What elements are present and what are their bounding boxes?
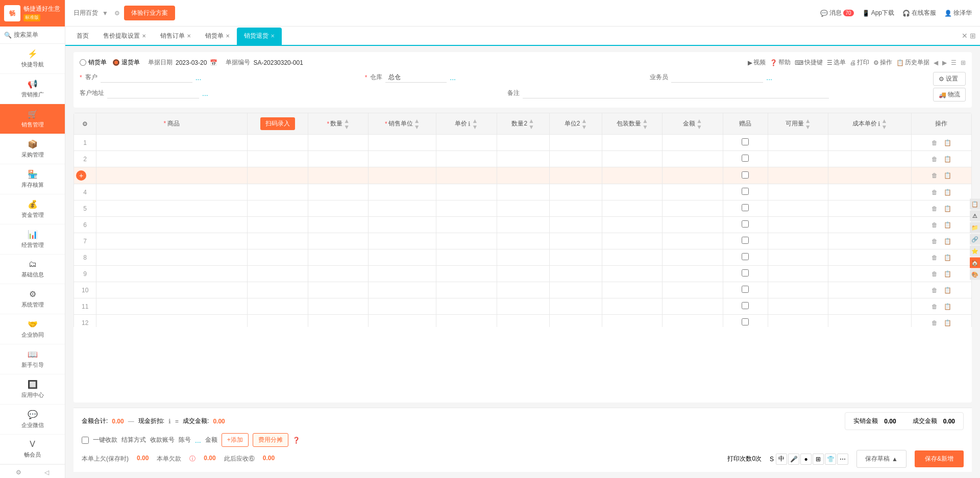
tab-expand[interactable]: ⊞ (970, 32, 976, 40)
gift-checkbox-8[interactable] (742, 269, 749, 276)
table-scroll[interactable]: ⚙ * 商品 扫码录入 * (74, 113, 972, 327)
tab-sale-price[interactable]: 售价提取设置 ✕ (96, 28, 153, 45)
delete-row-5[interactable]: 🗑 (929, 220, 940, 230)
message-btn[interactable]: 💬 消息 70 (820, 9, 854, 17)
right-panel-btn-7[interactable]: 🎨 (970, 269, 980, 280)
gift-checkbox-10[interactable] (742, 302, 749, 309)
staff-input[interactable] (671, 72, 763, 83)
tab-close-sale-bill[interactable]: ✕ (226, 33, 230, 39)
shortcut-btn[interactable]: ⌨ 快捷键 (795, 58, 823, 67)
th-scan[interactable]: 扫码录入 (247, 113, 308, 135)
gift-checkbox-11[interactable] (742, 318, 749, 325)
delete-row-3[interactable]: 🗑 (929, 188, 940, 197)
copy-row-6[interactable]: 📋 (942, 237, 953, 246)
tb-btn-4[interactable]: ⊞ (813, 454, 824, 465)
tab-close-sale-price[interactable]: ✕ (142, 33, 146, 39)
delete-row-0[interactable]: 🗑 (929, 138, 940, 147)
sidebar-item-apps[interactable]: 🔲 应用中心 (0, 374, 65, 405)
right-panel-btn-active[interactable]: 🏠 (970, 257, 980, 268)
gift-checkbox-4[interactable] (742, 204, 749, 211)
delete-row-2[interactable]: 🗑 (929, 171, 940, 180)
delete-row-1[interactable]: 🗑 (929, 155, 940, 164)
tab-close-all[interactable]: ✕ (962, 32, 968, 40)
tb-btn-2[interactable]: 🎤 (788, 454, 799, 465)
one-key-collect-checkbox[interactable] (82, 437, 89, 444)
gift-checkbox-0[interactable] (742, 138, 749, 145)
sidebar-item-sales[interactable]: 🛒 销售管理 (0, 104, 65, 134)
view-grid-icon[interactable]: ⊞ (961, 59, 966, 66)
gift-checkbox-7[interactable] (742, 253, 749, 260)
sidebar-item-wechat[interactable]: 💬 企业微信 (0, 405, 65, 435)
gift-checkbox-6[interactable] (742, 237, 749, 244)
sidebar-item-finance[interactable]: 💰 资金管理 (0, 194, 65, 224)
right-panel-btn-5[interactable]: ⭐ (970, 245, 980, 256)
tab-close-sale-return[interactable]: ✕ (271, 33, 275, 39)
scan-input-btn[interactable]: 扫码录入 (260, 117, 295, 130)
delete-row-4[interactable]: 🗑 (929, 204, 940, 213)
row-add-btn-cell[interactable]: + (74, 167, 96, 184)
copy-row-2[interactable]: 📋 (942, 171, 953, 180)
print-btn[interactable]: 🖨 打印 (850, 58, 869, 67)
sidebar-item-system[interactable]: ⚙ 系统管理 (0, 284, 65, 314)
search-menu[interactable]: 🔍 搜索菜单 (0, 27, 65, 44)
nav-next[interactable]: ▶ (942, 59, 947, 66)
date-picker-icon[interactable]: 📅 (210, 59, 217, 66)
address-input[interactable] (107, 88, 199, 98)
select-btn[interactable]: ☰ 选单 (827, 58, 846, 67)
copy-row-4[interactable]: 📋 (942, 204, 953, 213)
sidebar-item-marketing[interactable]: 📢 营销推广 (0, 74, 65, 104)
copy-row-9[interactable]: 📋 (942, 286, 953, 295)
breadcrumb-dropdown-icon[interactable]: ▼ (102, 10, 108, 17)
tab-close-sale-order[interactable]: ✕ (187, 33, 191, 39)
delete-row-10[interactable]: 🗑 (929, 302, 940, 311)
account-picker[interactable]: ... (195, 436, 201, 444)
tab-sale-bill[interactable]: 销货单 ✕ (198, 28, 237, 45)
help-btn[interactable]: ❓ 帮助 (770, 58, 791, 67)
radio-sale-input[interactable] (80, 59, 86, 66)
gift-checkbox-5[interactable] (742, 220, 749, 228)
copy-row-11[interactable]: 📋 (942, 318, 953, 328)
operate-btn[interactable]: ⚙ 操作 (873, 58, 892, 67)
history-btn[interactable]: 📋 历史单据 (896, 58, 929, 67)
settings-icon[interactable]: ⚙ (82, 120, 88, 128)
sidebar-item-purchase[interactable]: 📦 采购管理 (0, 134, 65, 164)
tb-btn-3[interactable]: ● (800, 454, 812, 465)
setup-btn[interactable]: ⚙ 设置 (933, 72, 966, 86)
address-picker[interactable]: ... (202, 89, 208, 97)
user-avatar[interactable]: 👤 徐泽华 (944, 9, 972, 17)
delete-row-6[interactable]: 🗑 (929, 237, 940, 246)
trial-btn[interactable]: 体验行业方案 (124, 6, 175, 20)
copy-row-7[interactable]: 📋 (942, 253, 953, 262)
warehouse-picker[interactable]: ... (450, 73, 456, 82)
customer-picker[interactable]: ... (195, 73, 202, 82)
remark-input[interactable] (523, 88, 829, 98)
tab-home[interactable]: 首页 (69, 28, 96, 45)
copy-row-10[interactable]: 📋 (942, 302, 953, 311)
right-panel-btn-2[interactable]: ⚠ (970, 210, 980, 221)
gift-checkbox-9[interactable] (742, 286, 749, 293)
copy-row-8[interactable]: 📋 (942, 269, 953, 279)
delete-row-8[interactable]: 🗑 (929, 269, 940, 279)
sidebar-item-operation[interactable]: 📊 经营管理 (0, 224, 65, 255)
radio-return-input[interactable] (113, 59, 119, 66)
app-download-btn[interactable]: 📱 App下载 (862, 9, 894, 17)
gift-checkbox-2[interactable] (742, 171, 749, 179)
sidebar-item-vip[interactable]: V 畅会员 (0, 435, 65, 464)
tb-btn-6[interactable]: ⋯ (837, 454, 848, 465)
th-settings[interactable]: ⚙ (74, 113, 96, 135)
copy-row-3[interactable]: 📋 (942, 188, 953, 197)
sidebar-collapse-icon[interactable]: ◁ (44, 469, 49, 476)
view-list-icon[interactable]: ☰ (951, 59, 957, 66)
copy-row-5[interactable]: 📋 (942, 220, 953, 230)
online-service-btn[interactable]: 🎧 在线客服 (902, 9, 936, 17)
warehouse-input[interactable] (385, 72, 447, 83)
tb-btn-5[interactable]: 👕 (825, 454, 836, 465)
delete-row-7[interactable]: 🗑 (929, 253, 940, 262)
radio-sale[interactable]: 销货单 (80, 58, 107, 67)
sidebar-item-shortcuts[interactable]: ⚡ 快捷导航 (0, 44, 65, 74)
radio-return[interactable]: 退货单 (113, 58, 140, 67)
logistics-btn[interactable]: 🚚 物流 (933, 88, 966, 102)
video-btn[interactable]: ▶ 视频 (748, 58, 766, 67)
sidebar-item-enterprise[interactable]: 🤝 企业协同 (0, 314, 65, 344)
right-panel-btn-3[interactable]: 📁 (970, 222, 980, 233)
